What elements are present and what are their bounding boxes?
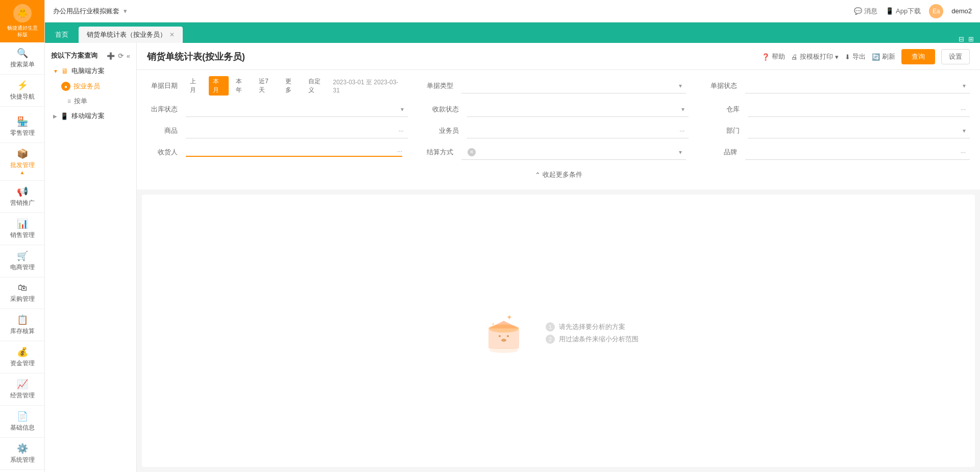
empty-step-2-text: 用过滤条件来缩小分析范围 <box>559 335 639 344</box>
svg-point-8 <box>501 339 506 342</box>
date-range-display: 2023-03-01 至 2023-03-31 <box>333 78 402 94</box>
sidebar-label-purchase: 采购管理 <box>10 295 35 303</box>
left-panel: 按以下方案查询 ➕ ⟳ « ▼ 🖥 电脑端方案 ● 按业务员 ≡ 按单 <box>45 43 137 472</box>
inventory-icon: 📋 <box>17 314 28 325</box>
tab-close-icon[interactable]: ✕ <box>169 31 175 38</box>
empty-step-1: 1 请先选择要分析的方案 <box>546 322 639 332</box>
settings-button[interactable]: 设置 <box>941 49 970 64</box>
brand-label: 品牌 <box>706 148 737 157</box>
tab-home[interactable]: 首页 <box>47 27 77 43</box>
tree-by-order[interactable]: ≡ 按单 <box>45 94 136 108</box>
dept-select[interactable] <box>748 123 970 138</box>
receipt-status-select[interactable] <box>467 102 689 117</box>
sidebar-item-wholesale[interactable]: 📦 批发管理 ▲ <box>0 143 45 181</box>
date-tab-current-year[interactable]: 本年 <box>232 76 252 96</box>
avatar[interactable]: Ea <box>929 4 943 18</box>
query-button[interactable]: 查询 <box>901 49 935 64</box>
collapse-button[interactable]: ⌃ 收起更多条件 <box>147 166 970 183</box>
date-tab-current-month[interactable]: 本月 <box>209 76 229 96</box>
page-title-row: 销货单统计表(按业务员) ❓ 帮助 🖨 按模板打印 ▾ ⬇ <box>147 49 970 69</box>
page-actions: ❓ 帮助 🖨 按模板打印 ▾ ⬇ 导出 🔄 <box>762 49 970 64</box>
filter-row-4: 收货人 ··· 结算方式 ✕ 品牌 ··· <box>147 145 970 160</box>
payment-clear-icon[interactable]: ✕ <box>468 148 476 156</box>
sidebar-item-inventory[interactable]: 📋 库存核算 <box>0 309 45 341</box>
sidebar-item-sales-mgmt[interactable]: 📊 销售管理 <box>0 213 45 245</box>
tab-sales-stat[interactable]: 销货单统计表（按业务员） ✕ <box>79 27 183 43</box>
step-2-number: 2 <box>546 335 555 344</box>
sidebar-item-quick-nav[interactable]: ⚡ 快捷导航 <box>0 75 45 107</box>
base-info-icon: 📄 <box>17 411 28 422</box>
doc-status-select[interactable] <box>745 78 970 93</box>
svg-point-7 <box>507 335 509 337</box>
sidebar-item-system[interactable]: ⚙️ 系统管理 <box>0 438 45 470</box>
date-tab-last-month[interactable]: 上月 <box>186 76 206 96</box>
brand-select[interactable]: ··· <box>745 145 970 160</box>
export-button[interactable]: ⬇ 导出 <box>845 52 866 61</box>
sidebar-item-ecommerce[interactable]: 🛒 电商管理 <box>0 245 45 277</box>
tree-desktop-label: 电脑端方案 <box>71 66 105 76</box>
sidebar-item-enterprise[interactable]: 🤝 企业协同 <box>0 470 45 472</box>
payment-select[interactable]: ✕ <box>461 145 686 160</box>
app-download-button[interactable]: 📱 App下载 <box>886 7 921 16</box>
sidebar-item-base-info[interactable]: 📄 基础信息 <box>0 406 45 438</box>
date-label: 单据日期 <box>147 81 178 90</box>
print-arrow-icon: ▾ <box>835 53 839 61</box>
help-button[interactable]: ❓ 帮助 <box>762 52 785 61</box>
warehouse-label: 仓库 <box>709 105 740 114</box>
tree-mobile-scheme[interactable]: ▶ 📱 移动端方案 <box>45 108 136 124</box>
sidebar-item-retail[interactable]: 🏪 零售管理 <box>0 111 45 143</box>
collapse-panel-icon[interactable]: « <box>127 52 130 60</box>
sidebar: 🐥 畅捷通好生意 标版 🔍 搜索菜单 ⚡ 快捷导航 🏪 零售管理 📦 批发管理 … <box>0 0 45 472</box>
filter-area: 单据日期 上月 本月 本年 近7天 更多 自定义 2023-03-01 至 20… <box>137 70 980 190</box>
template-print-button[interactable]: 🖨 按模板打印 ▾ <box>791 52 839 61</box>
tab-maximize-icon[interactable]: ⊞ <box>968 35 974 43</box>
warehouse-select[interactable]: ··· <box>748 102 970 117</box>
app-subtitle: 标版 <box>17 31 28 38</box>
empty-step-1-text: 请先选择要分析的方案 <box>559 322 625 332</box>
staff-select[interactable]: ··· <box>467 123 689 138</box>
tree-expand-icon: ▼ <box>53 68 58 74</box>
doc-status-label: 单据状态 <box>706 81 737 90</box>
messages-button[interactable]: 💬 消息 <box>854 7 877 16</box>
download-icon: 📱 <box>886 7 894 15</box>
sidebar-item-operations[interactable]: 📈 经营管理 <box>0 373 45 406</box>
payment-label: 结算方式 <box>423 148 453 157</box>
refresh-scheme-icon[interactable]: ⟳ <box>118 52 124 60</box>
quick-nav-icon: ⚡ <box>17 80 28 91</box>
sidebar-label-marketing: 营销推广 <box>10 199 35 207</box>
step-1-number: 1 <box>546 322 555 332</box>
sidebar-item-finance[interactable]: 💰 资金管理 <box>0 341 45 373</box>
app-logo[interactable]: 🐥 畅捷通好生意 标版 <box>0 0 45 42</box>
refresh-button[interactable]: 🔄 刷新 <box>872 52 895 61</box>
goods-select[interactable]: ··· <box>186 123 408 138</box>
receiver-dots-icon[interactable]: ··· <box>397 148 402 155</box>
by-staff-active-indicator: ● <box>61 82 70 91</box>
tabbar-right: ⊟ ⊞ <box>959 35 980 43</box>
tab-minimize-icon[interactable]: ⊟ <box>959 35 964 43</box>
tree-desktop-scheme[interactable]: ▼ 🖥 电脑端方案 <box>45 63 136 79</box>
sidebar-item-purchase[interactable]: 🛍 采购管理 <box>0 277 45 309</box>
add-scheme-icon[interactable]: ➕ <box>107 52 115 60</box>
out-status-select[interactable] <box>186 102 408 117</box>
date-tab-custom[interactable]: 自定义 <box>304 76 330 96</box>
tree-by-staff[interactable]: ● 按业务员 <box>45 79 136 94</box>
ecommerce-icon: 🛒 <box>17 250 28 262</box>
panel-header: 按以下方案查询 ➕ ⟳ « <box>45 48 136 63</box>
operations-icon: 📈 <box>17 379 28 390</box>
topbar: 办公用品行业模拟账套 ▾ 💬 消息 📱 App下载 Ea demo2 <box>45 0 980 22</box>
dropdown-arrow-icon[interactable]: ▾ <box>124 7 127 15</box>
sidebar-label-system: 系统管理 <box>10 456 35 464</box>
receiver-label: 收货人 <box>147 148 178 157</box>
sidebar-item-marketing[interactable]: 📢 营销推广 <box>0 181 45 213</box>
date-tab-more[interactable]: 更多 <box>281 76 301 96</box>
date-tab-last-7days[interactable]: 近7天 <box>255 76 278 96</box>
content-area: 按以下方案查询 ➕ ⟳ « ▼ 🖥 电脑端方案 ● 按业务员 ≡ 按单 <box>45 43 980 472</box>
sidebar-item-search[interactable]: 🔍 搜索菜单 <box>0 42 45 75</box>
sidebar-label-ecommerce: 电商管理 <box>10 263 35 272</box>
finance-icon: 💰 <box>17 346 28 358</box>
doc-type-select[interactable] <box>461 78 686 93</box>
out-status-arrow-icon <box>401 105 404 113</box>
out-status-label: 出库状态 <box>147 105 178 114</box>
app-name: 畅捷通好生意 <box>7 25 38 31</box>
receiver-input-wrapper: ··· <box>186 148 402 157</box>
